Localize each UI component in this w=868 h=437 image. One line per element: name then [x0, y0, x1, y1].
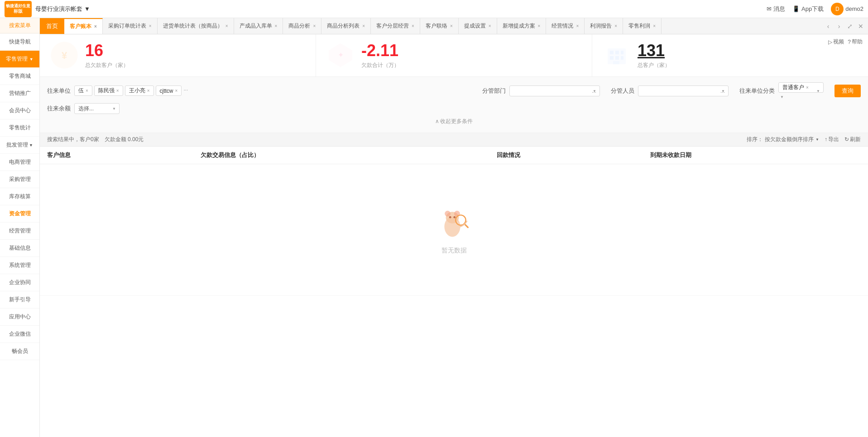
data-table: 客户信息 欠款交易信息（占比） 回款情况 到期未收款日期: [40, 147, 868, 296]
sidebar-item-wholesale[interactable]: 批发管理 ▼: [0, 137, 39, 154]
sidebar-item-enterprise-collab[interactable]: 企业协同: [0, 274, 39, 291]
svg-rect-8: [610, 56, 614, 60]
person-input[interactable]: [638, 86, 729, 96]
tab-customer-ledger[interactable]: 客户账本 ×: [64, 18, 103, 34]
tab-close-8[interactable]: ×: [489, 24, 491, 28]
message-btn[interactable]: ✉ 消息: [767, 5, 785, 13]
tab-close-12[interactable]: ×: [653, 24, 656, 28]
dept-input[interactable]: [509, 86, 600, 96]
tab-close-10[interactable]: ×: [576, 24, 579, 28]
tab-scroll-right[interactable]: ›: [834, 22, 844, 31]
collapse-btn[interactable]: ∧ 收起更多条件: [435, 118, 473, 125]
tab-business-situation[interactable]: 经营情况 ×: [546, 18, 585, 34]
sidebar-item-newbie-guide[interactable]: 新手引导: [0, 291, 39, 309]
sidebar-item-inventory[interactable]: 库存核算: [0, 188, 39, 205]
category-filter-label: 往来单位分类: [739, 87, 775, 95]
svg-text:¥: ¥: [62, 50, 67, 61]
filter-row-balance: 往来余额 选择...: [47, 103, 861, 114]
empty-state-cell: 暂无数据: [40, 164, 868, 295]
remove-wang-tag[interactable]: ×: [147, 88, 150, 93]
tab-profit-report[interactable]: 利润报告 ×: [585, 18, 623, 34]
tab-close-0[interactable]: ×: [94, 24, 97, 29]
help-btn[interactable]: ? 帮助: [848, 38, 863, 46]
sidebar-search[interactable]: 搜索菜单: [0, 18, 39, 33]
company-tag-wu: 伍 ×: [74, 86, 92, 96]
remove-wu-tag[interactable]: ×: [86, 88, 88, 93]
tab-close-7[interactable]: ×: [450, 24, 453, 28]
tab-customer-contact[interactable]: 客户联络 ×: [420, 18, 459, 34]
sidebar-item-basic-info[interactable]: 基础信息: [0, 240, 39, 257]
dept-select-wrap: ...: [509, 86, 600, 96]
tab-retail-profit[interactable]: 零售利润 ×: [623, 18, 662, 34]
sidebar-item-quick-nav[interactable]: 快捷导航: [0, 33, 39, 51]
svg-rect-11: [613, 61, 619, 64]
user-menu[interactable]: D demo2: [831, 3, 863, 15]
sidebar-item-app-center[interactable]: 应用中心: [0, 309, 39, 326]
tab-home[interactable]: 首页: [40, 18, 64, 34]
sidebar-item-member[interactable]: 畅会员: [0, 343, 39, 360]
refresh-btn[interactable]: ↻ 刷新: [844, 136, 861, 143]
sidebar-item-ecommerce[interactable]: 电商管理: [0, 154, 39, 171]
remove-category-tag[interactable]: ×: [806, 85, 809, 90]
collapse-row: ∧ 收起更多条件: [47, 118, 861, 125]
tab-scroll-left[interactable]: ‹: [824, 22, 833, 31]
app-download-btn[interactable]: 📱 App下载: [792, 5, 824, 13]
person-select-wrap: ...: [638, 86, 729, 96]
stat-label-debt: 欠款合计（万）: [361, 62, 581, 69]
sidebar-item-purchase[interactable]: 采购管理: [0, 171, 39, 188]
tab-close-2[interactable]: ×: [225, 24, 228, 28]
coin-icon: ¥: [51, 42, 78, 69]
sidebar-item-retail-management[interactable]: 零售管理 ▼: [0, 51, 39, 68]
stat-card-total-customers: 131 总客户（家） ▷ 视频 ? 帮助: [592, 34, 868, 76]
tab-close-1[interactable]: ×: [149, 24, 152, 28]
export-btn[interactable]: ↑ 导出: [825, 136, 839, 143]
sidebar-item-retail-mall[interactable]: 零售商城: [0, 68, 39, 85]
tab-expand[interactable]: ⤢: [845, 22, 854, 31]
sidebar-item-operations[interactable]: 经营管理: [0, 223, 39, 240]
balance-select[interactable]: 选择...: [74, 103, 120, 114]
avatar: D: [831, 3, 844, 15]
svg-rect-10: [621, 56, 623, 60]
stat-value-debtors: 16: [85, 42, 305, 60]
results-bar: 搜索结果中，客户0家 欠款金额 0.00元 排序： 按欠款金额倒序排序 ▼ ↑ …: [40, 133, 868, 147]
company-more-btn[interactable]: ...: [183, 86, 188, 96]
page-content: ¥ 16 总欠款客户（家） ✦: [40, 34, 868, 437]
tab-product-analysis-list[interactable]: 商品分析列表 ×: [321, 18, 371, 34]
tab-close-5[interactable]: ×: [362, 24, 365, 28]
empty-text: 暂无数据: [441, 247, 467, 255]
col-customer-info: 客户信息: [40, 147, 193, 164]
sidebar-item-system[interactable]: 系统管理: [0, 257, 39, 274]
sidebar-item-enterprise-wechat[interactable]: 企业微信: [0, 326, 39, 343]
category-tag: 普通客户 ×: [778, 82, 824, 93]
query-button[interactable]: 查询: [834, 85, 861, 97]
tab-purchase-order-stats[interactable]: 采购订单统计表 ×: [103, 18, 158, 34]
remove-cj-tag[interactable]: ×: [175, 88, 178, 93]
balance-select-wrap: 选择...: [74, 103, 120, 114]
tab-purchase-stats-product[interactable]: 进货单统计表（按商品） ×: [158, 18, 234, 34]
sidebar-item-finance[interactable]: 资金管理: [0, 205, 39, 223]
sidebar-item-marketing[interactable]: 营销推广: [0, 85, 39, 102]
tab-product-analysis[interactable]: 商品分析 ×: [283, 18, 321, 34]
sidebar-item-member-center[interactable]: 会员中心: [0, 102, 39, 119]
tab-customer-tier[interactable]: 客户分层经营 ×: [371, 18, 420, 34]
tab-close-all[interactable]: ✕: [856, 22, 865, 31]
workspace-selector[interactable]: 母婴行业演示帐套 ▼: [35, 5, 90, 13]
tab-finished-goods[interactable]: 产成品入库单 ×: [234, 18, 283, 34]
tab-close-11[interactable]: ×: [614, 24, 617, 28]
tab-controls: ‹ › ⤢ ✕: [821, 22, 868, 31]
stat-info-debtors: 16 总欠款客户（家）: [85, 42, 305, 69]
person-more-btn[interactable]: ...: [720, 88, 725, 94]
dept-more-btn[interactable]: ...: [592, 88, 596, 94]
tab-close-9[interactable]: ×: [538, 24, 541, 28]
video-btn[interactable]: ▷ 视频: [828, 38, 844, 46]
tab-close-6[interactable]: ×: [412, 24, 414, 28]
stats-row: ¥ 16 总欠款客户（家） ✦: [40, 34, 868, 77]
svg-rect-7: [621, 51, 623, 54]
tab-commission-settings[interactable]: 提成设置 ×: [459, 18, 497, 34]
tab-close-3[interactable]: ×: [275, 24, 278, 28]
sidebar-item-retail-stats[interactable]: 零售统计: [0, 119, 39, 137]
remove-chen-tag[interactable]: ×: [116, 88, 119, 93]
svg-point-16: [449, 216, 451, 218]
tab-close-4[interactable]: ×: [313, 24, 316, 28]
tab-new-commission-plan[interactable]: 新增提成方案 ×: [497, 18, 547, 34]
